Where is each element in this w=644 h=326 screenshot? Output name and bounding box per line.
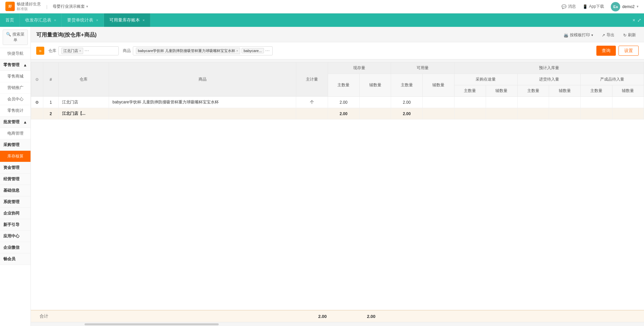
sidebar-item-ecommerce[interactable]: 电商管理 — [0, 128, 31, 139]
message-btn[interactable]: 💬 消息 — [561, 4, 576, 9]
top-bar-left: 好 畅捷通好生意 标准版 | 母婴行业演示账套 ▾ — [5, 2, 88, 11]
logo-area: 好 畅捷通好生意 标准版 — [5, 2, 41, 11]
th-current-main: 主数量 — [328, 74, 359, 97]
product-tag-1-remove[interactable]: × — [236, 49, 238, 53]
tab-available-stock[interactable]: 可用量库存账本 × — [104, 13, 150, 27]
cell-purchase-aux-1 — [486, 97, 517, 108]
close-all-tabs-btn[interactable]: × — [633, 17, 635, 23]
th-inbound-aux: 辅数量 — [549, 85, 581, 97]
th-inbound-pending: 进货待入量 — [518, 74, 581, 85]
query-btn[interactable]: 查询 — [596, 46, 616, 56]
horizontal-scrollbar[interactable] — [31, 322, 644, 326]
th-expected-inbound: 预计入库量 — [454, 62, 644, 74]
cell-inbound-aux-1 — [549, 97, 581, 108]
nav-tabs: 首页 收发存汇总表 × 要货单统计表 × 可用量库存账本 × × ⤢ — [0, 13, 644, 27]
table-row-summary: 2 江北门店【... 2.00 2.00 — [31, 108, 644, 120]
refresh-icon: ↻ — [623, 33, 627, 38]
sidebar-group-wholesale[interactable]: 批发管理 ▲ — [0, 117, 31, 128]
cell-production-aux-1 — [612, 97, 644, 108]
settings-btn[interactable]: 设置 — [619, 46, 639, 56]
sidebar-group-finance[interactable]: 资金管理 — [0, 162, 31, 174]
sidebar-group-newbie[interactable]: 新手引导 — [0, 219, 31, 231]
th-current-stock: 现存量 — [328, 62, 391, 74]
sidebar-group-enterprise[interactable]: 企业协同 — [0, 208, 31, 219]
cell-index-2: 2 — [43, 108, 59, 120]
logo-text-wrap: 畅捷通好生意 标准版 — [17, 2, 41, 11]
sidebar-group-basics[interactable]: 基础信息 — [0, 185, 31, 196]
sidebar-group-apps[interactable]: 应用中心 — [0, 231, 31, 242]
sidebar-item-marketing[interactable]: 营销推广 — [0, 82, 31, 94]
sidebar-quick-nav[interactable]: 快捷导航 — [0, 48, 31, 59]
cell-unit-1: 个 — [296, 97, 328, 108]
print-dropdown-icon: ▾ — [591, 33, 593, 37]
settings-gear-icon[interactable]: ⚙ — [35, 77, 40, 82]
th-production-aux: 辅数量 — [612, 85, 644, 97]
th-purchase-aux: 辅数量 — [486, 85, 517, 97]
cell-inbound-main-1 — [518, 97, 549, 108]
table-header-row-1: ⚙ # 仓库 商品 主计量 现存量 可用量 预计入库量 — [31, 62, 644, 74]
footer-total-label: 合计 — [40, 313, 48, 319]
tab-inventory-summary-close[interactable]: × — [54, 18, 56, 22]
page-header: 可用量查询(按仓库+商品) 🖨️ 按模板打印 ▾ ↗ 导出 ↻ 刷新 — [31, 27, 644, 42]
sidebar: 🔍 搜索菜单 快捷导航 零售管理 ▲ 零售商城 营销推广 会员中心 零售统计 批… — [0, 27, 31, 326]
expand-btn[interactable]: ⤢ — [637, 17, 641, 23]
cell-production-main-1 — [581, 97, 612, 108]
warehouse-more-btn[interactable]: ··· — [85, 48, 89, 54]
sidebar-group-member[interactable]: 畅会员 — [0, 253, 31, 265]
product-tag-2: babycare... — [241, 48, 264, 53]
sidebar-group-operations[interactable]: 经营管理 — [0, 174, 31, 185]
cell-avail-main-1: 2.00 — [391, 97, 423, 108]
cell-avail-aux-2 — [423, 108, 454, 120]
app-download-icon: 📱 — [583, 4, 588, 9]
warehouse-filter-label: 仓库 — [48, 48, 56, 54]
warehouse-input[interactable]: 江北门店 × ··· — [58, 46, 119, 55]
app-download-btn[interactable]: 📱 App下载 — [583, 4, 604, 9]
user-dropdown-icon: ▾ — [637, 4, 639, 9]
print-label: 按模板打印 — [570, 32, 590, 38]
sidebar-item-online-retail[interactable]: 零售商城 — [0, 71, 31, 82]
th-avail-main: 主数量 — [391, 74, 423, 97]
avatar: Ea — [611, 2, 620, 11]
user-menu[interactable]: Ea demo2 ▾ — [611, 2, 639, 11]
sidebar-item-retail-stats[interactable]: 零售统计 — [0, 105, 31, 117]
username: demo2 — [622, 4, 635, 9]
export-label: 导出 — [606, 32, 614, 38]
cell-production-main-2 — [581, 108, 612, 120]
industry-dropdown-icon: ▾ — [86, 4, 88, 9]
search-menu-btn[interactable]: 🔍 搜索菜单 — [3, 30, 28, 45]
cell-avail-aux-1 — [423, 97, 454, 108]
sidebar-group-retail[interactable]: 零售管理 ▲ — [0, 59, 31, 71]
tab-home[interactable]: 首页 — [0, 13, 20, 27]
page-actions: 🖨️ 按模板打印 ▾ ↗ 导出 ↻ 刷新 — [561, 31, 639, 39]
filter-toggle-btn[interactable]: » — [36, 47, 44, 55]
export-btn[interactable]: ↗ 导出 — [599, 31, 617, 39]
app-subtitle: 标准版 — [17, 6, 41, 11]
tab-available-stock-close[interactable]: × — [143, 18, 145, 22]
product-input[interactable]: babycare学饮杯 儿童防摔防撞吸管杯重力球吸嘴杯宝宝水杯 × babyca… — [133, 46, 273, 55]
footer-avail-main: 2.00 — [367, 314, 375, 319]
tab-order-stats-close[interactable]: × — [96, 18, 98, 22]
th-available: 可用量 — [391, 62, 454, 74]
product-more-btn[interactable]: ··· — [265, 48, 270, 54]
industry-selector[interactable]: 母婴行业演示账套 ▾ — [53, 4, 88, 9]
warehouse-filter: 仓库 江北门店 × ··· — [48, 46, 119, 55]
th-purchase-main: 主数量 — [454, 85, 486, 97]
tab-order-stats[interactable]: 要货单统计表 × — [62, 13, 104, 27]
scrollbar-thumb[interactable] — [85, 323, 219, 325]
sidebar-group-purchase[interactable]: 采购管理 — [0, 139, 31, 151]
sidebar-group-system[interactable]: 系统管理 — [0, 196, 31, 208]
cell-current-main-2: 2.00 — [328, 108, 359, 120]
footer-current-main: 2.00 — [318, 314, 327, 319]
cell-inbound-aux-2 — [549, 108, 581, 120]
data-table: ⚙ # 仓库 商品 主计量 现存量 可用量 预计入库量 主数量 辅数量 主数量 — [31, 62, 644, 120]
tab-available-stock-label: 可用量库存账本 — [109, 17, 140, 23]
warehouse-tag-remove[interactable]: × — [79, 49, 81, 53]
cell-unit-2 — [296, 108, 328, 120]
refresh-btn[interactable]: ↻ 刷新 — [621, 31, 639, 39]
sidebar-item-members[interactable]: 会员中心 — [0, 94, 31, 105]
sidebar-group-wechat[interactable]: 企业微信 — [0, 242, 31, 253]
cell-warehouse-1: 江北门店 — [58, 97, 109, 108]
tab-inventory-summary[interactable]: 收发存汇总表 × — [20, 13, 62, 27]
sidebar-item-inventory[interactable]: 库存核算 — [0, 151, 31, 162]
print-btn[interactable]: 🖨️ 按模板打印 ▾ — [561, 31, 596, 39]
